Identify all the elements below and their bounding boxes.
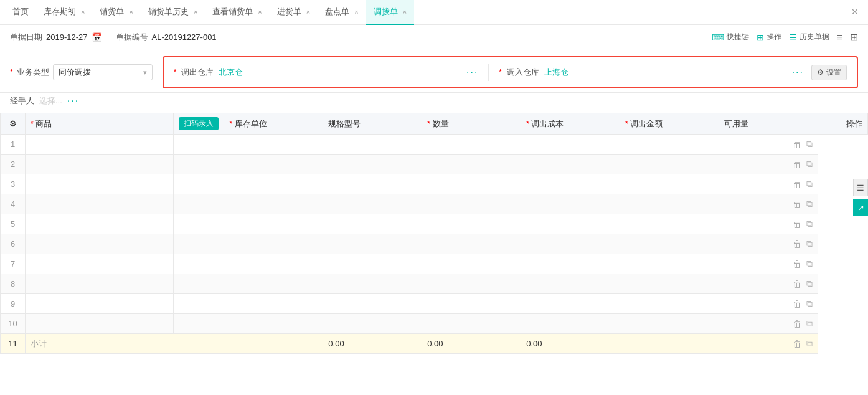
delete-row-button[interactable]: 🗑 [793,299,801,309]
row-amount[interactable] [521,314,620,334]
settings-button[interactable]: ⚙ 设置 [811,65,847,80]
row-product[interactable] [26,254,174,274]
row-unit[interactable] [174,234,224,254]
row-spec[interactable] [224,194,323,214]
row-qty[interactable] [323,234,422,254]
tab-close-inventory-check[interactable]: × [354,8,358,16]
row-qty[interactable] [323,274,422,294]
row-unit[interactable] [174,174,224,194]
row-qty[interactable] [323,314,422,334]
row-unit[interactable] [174,135,224,155]
row-available[interactable] [620,194,719,214]
delete-row-button[interactable]: 🗑 [793,319,801,329]
row-unit[interactable] [174,254,224,274]
copy-row-button[interactable]: ⧉ [806,139,813,150]
tab-close-transfer-order[interactable]: × [403,8,407,16]
tab-close-purchase-order[interactable]: × [306,8,310,16]
person-more[interactable]: ··· [67,95,79,107]
row-amount[interactable] [521,194,620,214]
row-amount[interactable] [521,155,620,174]
row-unit[interactable] [174,294,224,314]
copy-row-button[interactable]: ⧉ [806,179,813,189]
tab-inventory-check[interactable]: 盘点单 × [318,0,366,25]
row-cost[interactable] [422,314,521,334]
side-external-button[interactable]: ↗ [853,199,868,216]
row-unit[interactable] [174,194,224,214]
row-product[interactable] [26,294,174,314]
delete-row-button[interactable]: 🗑 [793,199,801,209]
row-unit[interactable] [174,155,224,174]
row-available[interactable] [620,234,719,254]
row-spec[interactable] [224,214,323,234]
row-spec[interactable] [224,135,323,155]
row-amount[interactable] [521,214,620,234]
tab-transfer-order[interactable]: 调拨单 × [366,0,414,25]
row-cost[interactable] [422,274,521,294]
delete-row-button[interactable]: 🗑 [793,279,801,289]
copy-row-button[interactable]: ⧉ [806,259,813,269]
row-product[interactable] [26,155,174,174]
delete-row-button[interactable]: 🗑 [793,159,801,169]
tab-sales-order[interactable]: 销货单 × [92,0,140,25]
tab-close-sales-order[interactable]: × [129,8,133,16]
tab-purchase-order[interactable]: 进货单 × [270,0,318,25]
in-warehouse-more[interactable]: ··· [792,67,804,78]
delete-row-button[interactable]: 🗑 [793,179,801,189]
row-amount[interactable] [521,294,620,314]
row-cost[interactable] [422,194,521,214]
row-unit[interactable] [174,274,224,294]
delete-subtotal-button[interactable]: 🗑 [793,339,801,349]
person-select[interactable]: 选择... [39,95,62,107]
business-type-select[interactable]: 同价调拨 ▾ [53,64,153,80]
row-available[interactable] [620,274,719,294]
copy-row-button[interactable]: ⧉ [806,298,813,309]
delete-row-button[interactable]: 🗑 [793,259,801,269]
view-toggle-grid[interactable]: ⊞ [850,31,858,43]
operations-button[interactable]: ⊞ 操作 [757,32,781,42]
tab-inventory-init[interactable]: 库存期初 × [36,0,92,25]
row-cost[interactable] [422,155,521,174]
copy-row-button[interactable]: ⧉ [806,318,813,329]
row-qty[interactable] [323,294,422,314]
delete-row-button[interactable]: 🗑 [793,140,801,150]
view-toggle-list[interactable]: ≡ [837,32,842,43]
row-product[interactable] [26,174,174,194]
row-spec[interactable] [224,314,323,334]
scan-button[interactable]: 扫码录入 [179,117,219,130]
tab-home[interactable]: 首页 [5,0,36,25]
copy-row-button[interactable]: ⧉ [806,159,813,169]
row-spec[interactable] [224,294,323,314]
row-cost[interactable] [422,135,521,155]
copy-row-button[interactable]: ⧉ [806,239,813,249]
row-qty[interactable] [323,155,422,174]
row-available[interactable] [620,155,719,174]
calendar-icon[interactable]: 📅 [92,32,102,42]
copy-row-button[interactable]: ⧉ [806,278,813,289]
row-spec[interactable] [224,234,323,254]
tab-close-view-sales[interactable]: × [258,8,262,16]
row-amount[interactable] [521,234,620,254]
row-product[interactable] [26,234,174,254]
row-amount[interactable] [521,274,620,294]
row-product[interactable] [26,214,174,234]
row-spec[interactable] [224,174,323,194]
copy-row-button[interactable]: ⧉ [806,219,813,229]
row-product[interactable] [26,274,174,294]
row-cost[interactable] [422,214,521,234]
history-button[interactable]: ☰ 历史单据 [789,32,829,42]
row-product[interactable] [26,135,174,155]
row-product[interactable] [26,314,174,334]
row-spec[interactable] [224,155,323,174]
tab-view-sales[interactable]: 查看销货单 × [205,0,269,25]
row-unit[interactable] [174,214,224,234]
row-qty[interactable] [323,194,422,214]
copy-row-button[interactable]: ⧉ [806,199,813,209]
row-cost[interactable] [422,294,521,314]
delete-row-button[interactable]: 🗑 [793,239,801,249]
row-product[interactable] [26,194,174,214]
tab-close-inventory-init[interactable]: × [81,8,85,16]
row-cost[interactable] [422,254,521,274]
row-qty[interactable] [323,174,422,194]
window-close-button[interactable]: × [846,6,863,19]
row-spec[interactable] [224,274,323,294]
